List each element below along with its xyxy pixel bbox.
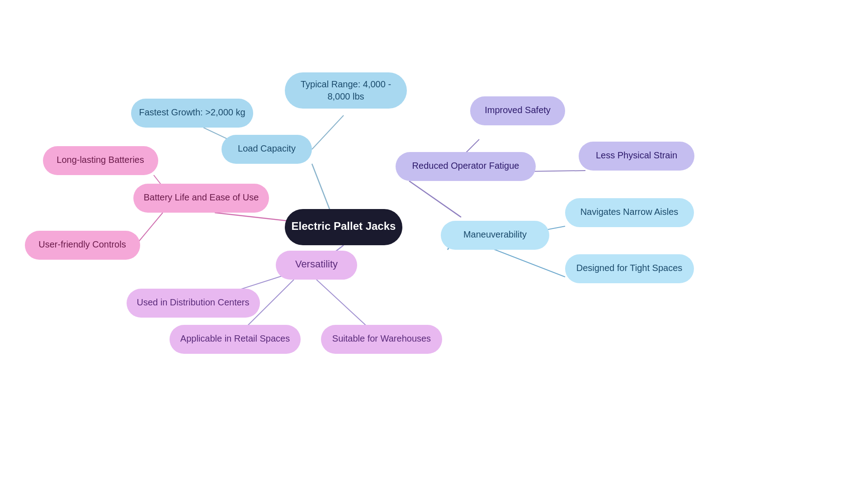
svg-text:8,000 lbs: 8,000 lbs [327, 91, 364, 101]
svg-text:Less Physical Strain: Less Physical Strain [596, 150, 677, 160]
svg-text:Used in Distribution Centers: Used in Distribution Centers [137, 297, 250, 307]
svg-text:Fastest Growth: >2,000 kg: Fastest Growth: >2,000 kg [139, 107, 245, 117]
svg-text:Reduced Operator Fatigue: Reduced Operator Fatigue [412, 161, 519, 171]
svg-text:Designed for Tight Spaces: Designed for Tight Spaces [576, 263, 683, 273]
svg-text:Electric Pallet Jacks: Electric Pallet Jacks [292, 220, 396, 232]
svg-text:Typical Range: 4,000 -: Typical Range: 4,000 - [301, 79, 391, 89]
svg-text:Versatility: Versatility [295, 258, 338, 270]
svg-text:Navigates Narrow Aisles: Navigates Narrow Aisles [580, 207, 679, 217]
svg-line-5 [136, 213, 163, 245]
svg-text:Battery Life and Ease of Use: Battery Life and Ease of Use [144, 192, 259, 202]
svg-text:Applicable in Retail Spaces: Applicable in Retail Spaces [180, 333, 290, 343]
svg-rect-20 [285, 72, 407, 109]
svg-text:Long-lasting Batteries: Long-lasting Batteries [57, 155, 144, 165]
svg-line-13 [409, 181, 461, 217]
svg-text:Improved Safety: Improved Safety [485, 105, 551, 115]
svg-text:Load Capacity: Load Capacity [238, 143, 296, 153]
svg-text:User-friendly Controls: User-friendly Controls [38, 239, 126, 249]
svg-text:Suitable for Warehouses: Suitable for Warehouses [332, 333, 431, 343]
svg-text:Maneuverability: Maneuverability [463, 229, 527, 239]
svg-line-1 [312, 115, 344, 149]
svg-line-12 [493, 249, 565, 277]
